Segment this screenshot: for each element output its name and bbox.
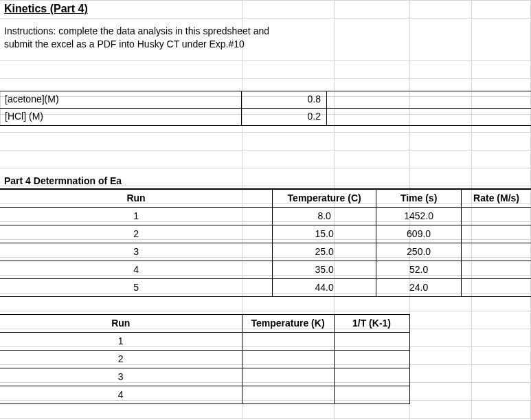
instructions-line-2: submit the excel as a PDF into Husky CT … [4,38,527,51]
data-table-ea: Run Temperature (C) Time (s) Rate (M/s) … [0,189,531,297]
cell-time[interactable]: 250.0 [376,243,462,261]
table-row: 2 [0,350,409,368]
table-row: 3 25.0 250.0 [0,243,531,261]
acetone-label: [acetone](M) [0,91,242,108]
cell-temp[interactable]: 8.0 [273,207,376,225]
table-row: 1 [0,332,409,350]
acetone-value[interactable]: 0.8 [242,91,327,108]
cell-inv-t[interactable] [334,386,409,404]
cell-run[interactable]: 1 [0,332,242,350]
concentration-table: [acetone](M) 0.8 [HCl] (M) 0.2 [0,91,531,126]
cell-inv-t[interactable] [334,368,409,386]
cell-temp-k[interactable] [242,350,334,368]
instructions-line-1: Instructions: complete the data analysis… [4,25,527,38]
cell-run[interactable]: 3 [0,243,273,261]
cell-time[interactable]: 609.0 [376,225,462,243]
acetone-row: [acetone](M) 0.8 [0,91,531,109]
cell-time[interactable]: 52.0 [376,261,462,278]
header-rate: Rate (M/s) [462,189,531,207]
cell-inv-t[interactable] [334,350,409,368]
cell-temp-k[interactable] [242,386,334,404]
cell-run[interactable]: 4 [0,386,242,404]
page-title: Kinetics (Part 4) [0,0,531,18]
hcl-label: [HCl] (M) [0,109,242,125]
cell-rate[interactable] [462,243,531,261]
table-row: 4 35.0 52.0 [0,261,531,278]
header-run: Run [0,314,242,332]
cell-time[interactable]: 1452.0 [376,207,462,225]
header-run: Run [0,189,273,207]
header-temperature-c: Temperature (C) [273,189,376,207]
table-header-row: Run Temperature (C) Time (s) Rate (M/s) [0,189,531,207]
cell-run[interactable]: 1 [0,207,273,225]
table-header-row: Run Temperature (K) 1/T (K-1) [0,314,409,332]
cell-run[interactable]: 2 [0,225,273,243]
cell-temp[interactable]: 15.0 [273,225,376,243]
cell-rate[interactable] [462,278,531,296]
table-row: 2 15.0 609.0 [0,225,531,243]
spreadsheet: Kinetics (Part 4) Instructions: complete… [0,0,531,420]
cell-rate[interactable] [462,207,531,225]
data-table-kelvin: Run Temperature (K) 1/T (K-1) 1 2 3 [0,314,410,404]
cell-temp-k[interactable] [242,332,334,350]
table-row: 1 8.0 1452.0 [0,207,531,225]
cell-temp[interactable]: 44.0 [273,278,376,296]
cell-run[interactable]: 4 [0,261,273,278]
cell-temp[interactable]: 25.0 [273,243,376,261]
cell-inv-t[interactable] [334,332,409,350]
section-title: Part 4 Determnation of Ea [0,173,531,189]
hcl-value[interactable]: 0.2 [242,109,327,125]
cell-time[interactable]: 24.0 [376,278,462,296]
cell-rate[interactable] [462,261,531,278]
cell-temp-k[interactable] [242,368,334,386]
table-row: 5 44.0 24.0 [0,278,531,296]
cell-run[interactable]: 3 [0,368,242,386]
header-temperature-k: Temperature (K) [242,314,334,332]
cell-rate[interactable] [462,225,531,243]
table-row: 3 [0,368,409,386]
instructions: Instructions: complete the data analysis… [0,18,531,54]
hcl-row: [HCl] (M) 0.2 [0,108,531,126]
table-row: 4 [0,386,409,404]
cell-run[interactable]: 5 [0,278,273,296]
cell-run[interactable]: 2 [0,350,242,368]
cell-temp[interactable]: 35.0 [273,261,376,278]
header-time: Time (s) [376,189,462,207]
header-inverse-t: 1/T (K-1) [334,314,409,332]
